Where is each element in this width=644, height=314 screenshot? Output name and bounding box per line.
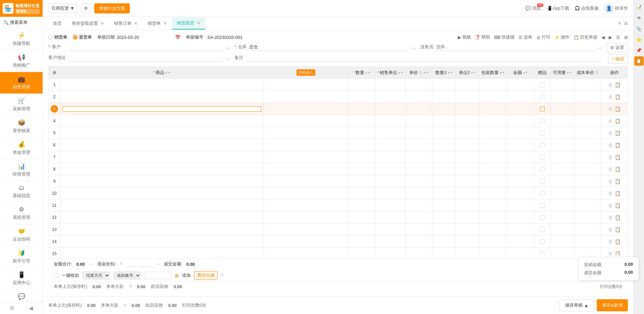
customer-dots[interactable]: … [225, 44, 230, 50]
row-qty2-2[interactable] [432, 91, 456, 103]
product-input-3[interactable] [62, 106, 261, 112]
tab-sales-return-close[interactable]: ✕ [197, 21, 200, 25]
tab-close-all[interactable]: ✕ [618, 21, 622, 26]
product-sort-icon[interactable]: ▲▼ [165, 71, 170, 74]
toolbar-list-view[interactable]: ☰ [616, 35, 620, 40]
salesperson-input[interactable] [436, 43, 594, 51]
tab-expand[interactable]: ⊞ [624, 21, 628, 26]
customer-input[interactable] [63, 43, 222, 51]
row-available-1[interactable] [551, 79, 574, 91]
discount-question-icon[interactable]: ? [120, 262, 122, 266]
toolbar-next-btn[interactable]: ▶ [609, 35, 612, 40]
copy-icon-3[interactable]: 📋 [615, 106, 621, 112]
unit-sort-icon[interactable]: ▲▼ [398, 71, 403, 74]
rt-btn-2[interactable]: 👁 [634, 13, 644, 23]
col-header-scan[interactable]: 扫码录入 [263, 67, 348, 79]
toolbar-grid-view[interactable]: ⊞ [624, 35, 628, 40]
row-add-btn-cell[interactable]: + [49, 103, 60, 115]
settings-bottom-btn[interactable]: ⚙ [10, 305, 14, 311]
tab-sales-return[interactable]: 销货退货 ✕ [172, 17, 205, 29]
delete-icon[interactable]: 🗑 [608, 154, 613, 160]
qty-sort-icon[interactable]: ▲▼ [365, 71, 370, 74]
row-cost-3[interactable] [574, 103, 601, 115]
tab-sales-delivery[interactable]: 销货单 ✕ [143, 17, 171, 29]
row-qty2-3[interactable] [432, 103, 456, 115]
logistics-button[interactable]: + 物流 [608, 54, 628, 64]
fee-question-icon[interactable]: ? [221, 273, 223, 278]
sidebar-item-finance-mgmt[interactable]: 💰 资金管理 [0, 137, 43, 159]
total-due-hint[interactable]: ? [129, 284, 131, 289]
delete-icon[interactable]: 🗑 [608, 215, 613, 220]
save-draft-button[interactable]: 保存草稿 ▲ [559, 299, 594, 311]
sidebar-item-app-center[interactable]: 📱 应用中心 [0, 268, 43, 290]
sidebar-item-sales-mgmt[interactable]: 💼 销售管理 [0, 72, 43, 94]
row-gift-2[interactable] [534, 91, 551, 103]
rt-btn-4[interactable]: ⭐ [634, 35, 644, 44]
copy-icon[interactable]: 📋 [615, 179, 621, 184]
pack-sort-icon[interactable]: ▲▼ [499, 71, 505, 74]
row-cost-2[interactable] [574, 91, 601, 103]
sidebar-item-inventory[interactable]: 📦 库存核算 [0, 116, 43, 137]
amount-sort-icon[interactable]: ▲▼ [523, 71, 528, 74]
sidebar-item-marketing[interactable]: 📢 营销推广 [0, 50, 43, 72]
delete-icon[interactable]: 🗑 [608, 142, 613, 148]
tab-sales-order-close[interactable]: ✕ [134, 21, 138, 26]
row-unit-1[interactable] [375, 79, 406, 91]
delete-icon[interactable]: 🗑 [608, 251, 613, 256]
toolbar-history-btn[interactable]: 📋 历史单据 [574, 34, 597, 40]
delete-icon[interactable]: 🗑 [608, 118, 613, 124]
total-due-hint-bottom[interactable]: ? [124, 303, 126, 308]
copy-icon-2[interactable]: 📋 [615, 94, 621, 100]
row-amount-2[interactable] [507, 91, 534, 103]
row-unit2-3[interactable] [456, 103, 479, 115]
calendar-icon[interactable]: 📅 [175, 35, 180, 40]
header-gear-btn[interactable]: ⚙ [81, 3, 91, 13]
sidebar-item-system-mgmt[interactable]: ⚙ 系统管理 [0, 202, 43, 224]
delete-icon-1[interactable]: 🗑 [608, 82, 613, 87]
delete-icon[interactable]: 🗑 [608, 203, 613, 208]
col-header-settings[interactable]: ⚙ [49, 67, 60, 79]
search-menu[interactable]: 🔍 搜索菜单 [0, 17, 43, 28]
row-product-1[interactable] [60, 79, 264, 91]
copy-icon[interactable]: 📋 [615, 191, 621, 196]
row-qty2-1[interactable] [432, 79, 456, 91]
industry-select[interactable]: 日用百货 ▼ [48, 4, 77, 13]
toolbar-shortcut-btn[interactable]: ⌨ 快捷键 [494, 34, 515, 40]
row-available-3[interactable] [551, 103, 574, 115]
unit2-sort-icon[interactable]: ▲▼ [471, 71, 476, 74]
date-input[interactable] [117, 35, 173, 40]
sidebar-item-purchase-mgmt[interactable]: 🛒 采购管理 [0, 94, 43, 116]
row-unit-2[interactable] [375, 91, 406, 103]
user-btn[interactable]: 👤 徐泽华 [604, 4, 628, 13]
delete-icon[interactable]: 🗑 [608, 130, 613, 136]
row-unit2-1[interactable] [456, 79, 479, 91]
experience-button[interactable]: 体验行业方案 [94, 3, 130, 13]
add-row-button[interactable]: + [51, 105, 58, 113]
online-service-btn[interactable]: 🎧 在线客服 [575, 5, 599, 11]
copy-icon[interactable]: 📋 [615, 154, 621, 160]
delete-icon[interactable]: 🗑 [608, 167, 613, 172]
delete-icon[interactable]: 🗑 [608, 239, 613, 244]
row-cost-1[interactable] [574, 79, 601, 91]
collapse-btn[interactable]: ◀ [29, 305, 33, 311]
sidebar-item-quick-nav[interactable]: ⚡ 快捷导航 [0, 28, 43, 50]
delete-icon[interactable]: 🗑 [608, 191, 613, 196]
tab-sales-price-close[interactable]: ✕ [101, 21, 104, 26]
toolbar-help-btn[interactable]: ❓ 帮助 [475, 34, 490, 40]
notification-btn[interactable]: 💬 消息 70 [525, 5, 541, 11]
remark-input[interactable] [246, 54, 602, 62]
toolbar-print-btn[interactable]: 🖨 打印 [536, 34, 550, 40]
row-amount-1[interactable] [507, 79, 534, 91]
settings-button[interactable]: ⚙ 设置 [606, 43, 628, 52]
delete-icon-2[interactable]: 🗑 [608, 94, 613, 100]
toolbar-video-btn[interactable]: ▶ 视频 [458, 34, 471, 40]
copy-icon[interactable]: 📋 [615, 203, 621, 208]
delete-icon-3[interactable]: 🗑 [608, 106, 613, 112]
fee-split-button[interactable]: 费用分摊 [194, 271, 218, 280]
app-download-btn[interactable]: 📲 App下载 [546, 5, 569, 11]
sidebar-item-newcomer[interactable]: 🔰 新手引导 [0, 246, 43, 268]
rt-btn-3[interactable]: 📎 [634, 24, 644, 34]
save-new-button[interactable]: 保存&新增 [597, 299, 628, 311]
tab-home[interactable]: 首页 [48, 17, 66, 29]
toolbar-operate-btn[interactable]: ⚡ 操作 [554, 34, 570, 40]
